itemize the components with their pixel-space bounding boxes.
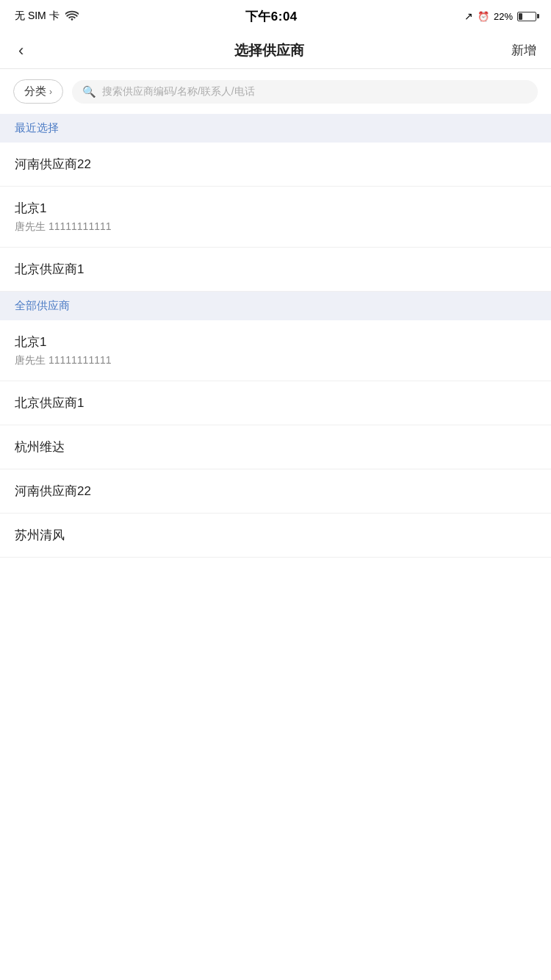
battery-percent: 22%: [494, 11, 513, 22]
status-bar: 无 SIM 卡 下午6:04 ↗ ⏰ 22%: [0, 0, 551, 32]
sim-label: 无 SIM 卡: [15, 10, 60, 23]
page-title: 选择供应商: [234, 41, 304, 60]
list-item[interactable]: 北京供应商1: [0, 381, 551, 425]
nav-bar: ‹ 选择供应商 新增: [0, 32, 551, 69]
supplier-list: 最近选择河南供应商22北京1唐先生 11111111111北京供应商1全部供应商…: [0, 114, 551, 558]
supplier-name: 北京供应商1: [15, 261, 536, 278]
wifi-icon: [65, 10, 79, 23]
supplier-name: 杭州维达: [15, 439, 536, 455]
list-item[interactable]: 杭州维达: [0, 425, 551, 469]
list-item[interactable]: 河南供应商22: [0, 469, 551, 514]
search-input[interactable]: 搜索供应商编码/名称/联系人/电话: [102, 85, 527, 98]
supplier-name: 河南供应商22: [15, 483, 536, 500]
supplier-name: 北京供应商1: [15, 394, 536, 411]
list-item[interactable]: 北京供应商1: [0, 248, 551, 292]
category-label: 分类: [24, 84, 46, 98]
status-right: ↗ ⏰ 22%: [464, 10, 536, 22]
section-header-recent: 最近选择: [0, 114, 551, 143]
section-header-text-all: 全部供应商: [15, 299, 70, 311]
supplier-name: 北京1: [15, 200, 536, 217]
status-time: 下午6:04: [245, 8, 298, 25]
filter-bar: 分类 › 🔍 搜索供应商编码/名称/联系人/电话: [0, 69, 551, 114]
supplier-contact: 唐先生 11111111111: [15, 220, 536, 234]
location-icon: ↗: [464, 10, 473, 22]
list-item[interactable]: 北京1唐先生 11111111111: [0, 320, 551, 381]
chevron-right-icon: ›: [49, 87, 52, 97]
add-button[interactable]: 新增: [511, 42, 536, 59]
supplier-contact: 唐先生 11111111111: [15, 354, 536, 367]
search-icon: 🔍: [82, 85, 96, 98]
category-filter-button[interactable]: 分类 ›: [13, 79, 63, 104]
supplier-name: 河南供应商22: [15, 156, 536, 173]
supplier-name: 北京1: [15, 334, 536, 350]
battery-icon: [517, 12, 536, 21]
back-button[interactable]: ‹: [15, 37, 27, 64]
status-left: 无 SIM 卡: [15, 10, 79, 23]
list-item[interactable]: 河南供应商22: [0, 143, 551, 187]
section-header-text-recent: 最近选择: [15, 121, 59, 134]
list-item[interactable]: 北京1唐先生 11111111111: [0, 187, 551, 248]
list-item[interactable]: 苏州清风: [0, 514, 551, 558]
search-box[interactable]: 🔍 搜索供应商编码/名称/联系人/电话: [72, 80, 538, 104]
section-header-all: 全部供应商: [0, 292, 551, 320]
supplier-name: 苏州清风: [15, 527, 536, 544]
alarm-icon: ⏰: [478, 11, 489, 22]
